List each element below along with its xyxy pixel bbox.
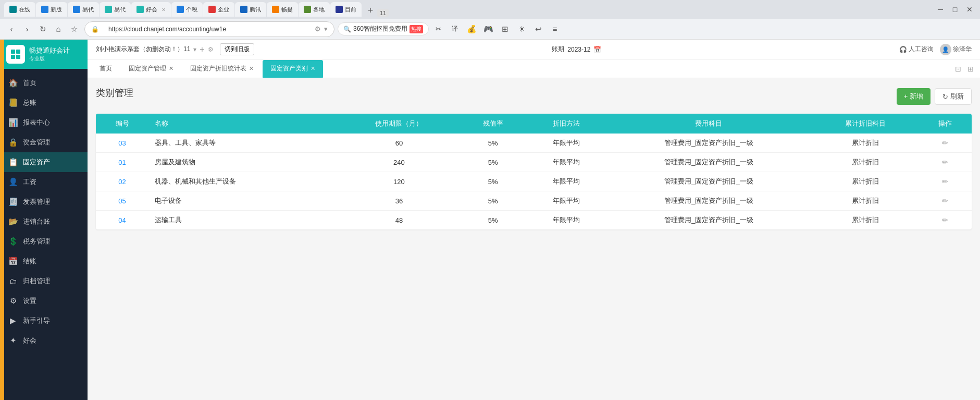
bookmark-button[interactable]: ☆ [67, 22, 81, 37]
brightness-tool[interactable]: ☀ [514, 22, 529, 37]
app2-icon: ✦ [8, 336, 18, 345]
browser-tab-1[interactable]: 新版 [36, 2, 67, 17]
restore-tab-button[interactable]: ⊡ [953, 64, 963, 74]
browser-tab-5[interactable]: 个税 [171, 2, 203, 17]
logo-sub-text: 专业版 [29, 55, 70, 63]
edit-button-2[interactable]: ✏ [942, 177, 948, 186]
sidebar-item-home[interactable]: 🏠 首页 [0, 73, 88, 93]
browser-tab-7[interactable]: 腾讯 [235, 2, 266, 17]
cell-code-2[interactable]: 02 [96, 172, 148, 191]
menu-tool[interactable]: ≡ [548, 22, 562, 37]
close-window-button[interactable]: ✕ [963, 3, 976, 16]
browser-tab-10[interactable]: 目前 [330, 2, 362, 17]
wallet-tool[interactable]: 💰 [464, 22, 479, 37]
browser-tab-9[interactable]: 各地 [299, 2, 330, 17]
cell-method-3: 年限平均 [526, 191, 606, 211]
tab-close-4[interactable]: ✕ [162, 7, 166, 13]
table-header-row: 编号 名称 使用期限（月） 残值率 折旧方法 费用科目 累计折旧科目 操作 [96, 114, 972, 134]
sidebar-item-salary[interactable]: 👤 工资 [0, 172, 88, 192]
cell-action-0: ✏ [919, 134, 972, 153]
sidebar-item-guide[interactable]: ▶ 新手引导 [0, 311, 88, 331]
forward-button[interactable]: › [20, 22, 34, 37]
sidebar-item-ledger[interactable]: 📒 总账 [0, 93, 88, 113]
topbar-plus-icon[interactable]: + [200, 45, 204, 54]
translate-tool[interactable]: 译 [448, 22, 462, 37]
content-tab-home[interactable]: 首页 [92, 60, 120, 78]
user-avatar[interactable]: 👤 徐泽华 [940, 44, 972, 55]
fixed-icon: 📋 [8, 157, 18, 167]
edit-button-3[interactable]: ✏ [942, 197, 948, 205]
sidebar-item-archive[interactable]: 🗂 归档管理 [0, 271, 88, 291]
tab-count-badge: 11 [377, 9, 389, 17]
sidebar-item-purchsale[interactable]: 📂 进销台账 [0, 212, 88, 232]
content-tab-close-3[interactable]: ✕ [311, 65, 315, 72]
cell-residual-0: 5% [460, 134, 526, 153]
scissors-tool[interactable]: ✂ [431, 22, 445, 37]
browser-tab-3[interactable]: 易代 [100, 2, 131, 17]
browser-tab-8[interactable]: 畅提 [267, 2, 298, 17]
reload-button[interactable]: ↻ [35, 22, 50, 37]
service-button[interactable]: 🎧 人工咨询 [899, 45, 934, 54]
cell-code-1[interactable]: 01 [96, 153, 148, 172]
browser-tab-4[interactable]: 好会 ✕ [131, 2, 171, 17]
cell-action-2: ✏ [919, 172, 972, 191]
content-tab-close-2[interactable]: ✕ [249, 65, 254, 72]
sidebar-item-invoice[interactable]: 🧾 发票管理 [0, 192, 88, 212]
sidebar-item-app2[interactable]: ✦ 好会 [0, 331, 88, 350]
app-wrapper: 畅捷通好会计 专业版 🏠 首页 📒 总账 📊 报表中心 🔒 资金管理 [0, 40, 980, 400]
sidebar-item-tax[interactable]: 💲 税务管理 [0, 232, 88, 251]
avatar-icon: 👤 [940, 44, 951, 55]
topbar-settings-icon[interactable]: ⚙ [208, 46, 214, 53]
switch-version-button[interactable]: 切到旧版 [220, 43, 254, 55]
edit-button-1[interactable]: ✏ [942, 158, 948, 166]
calendar-icon[interactable]: 📅 [593, 46, 601, 53]
cell-accum-4: 累计折旧 [811, 211, 919, 230]
site-settings-icon[interactable]: ⚙ [315, 25, 321, 33]
tab-label-4: 好会 [146, 6, 157, 14]
undo-tool[interactable]: ↩ [531, 22, 545, 37]
tab-label-9: 各地 [313, 6, 325, 14]
grid-tool[interactable]: ⊞ [498, 22, 512, 37]
browser-tabs: 在线 新版 易代 易代 好会 ✕ 个税 企业 腾讯 [4, 2, 928, 17]
tab-label-0: 在线 [19, 6, 30, 14]
home-button[interactable]: ⌂ [51, 22, 66, 37]
content-tab-close-1[interactable]: ✕ [169, 65, 173, 72]
new-tab-button[interactable]: + [364, 4, 377, 17]
add-category-button[interactable]: + 新增 [897, 88, 931, 105]
cell-action-3: ✏ [919, 191, 972, 211]
sidebar-item-fixed[interactable]: 📋 固定资产 [0, 152, 88, 172]
url-input[interactable] [102, 23, 312, 35]
tab-icon-10 [336, 6, 343, 13]
tab-label-8: 畅提 [281, 6, 293, 14]
sidebar-item-fund[interactable]: 🔒 资金管理 [0, 132, 88, 152]
cell-code-0[interactable]: 03 [96, 134, 148, 153]
cell-code-3[interactable]: 05 [96, 191, 148, 211]
sidebar-item-settings[interactable]: ⚙ 设置 [0, 291, 88, 311]
maximize-tab-button[interactable]: ⊞ [965, 64, 976, 74]
content-tab-fixed-mgmt[interactable]: 固定资产管理 ✕ [121, 60, 181, 78]
cell-code-4[interactable]: 04 [96, 211, 148, 230]
content-tab-depreciation[interactable]: 固定资产折旧统计表 ✕ [182, 60, 262, 78]
tab-icon-9 [304, 6, 311, 13]
page-title: 类别管理 [96, 87, 133, 99]
expand-icon[interactable]: ▾ [324, 25, 328, 33]
maximize-button[interactable]: □ [949, 3, 961, 16]
refresh-button[interactable]: ↻ 刷新 [935, 88, 972, 105]
browser-tab-2[interactable]: 易代 [68, 2, 99, 17]
cell-accum-2: 累计折旧 [811, 172, 919, 191]
user-dropdown-icon[interactable]: ▾ [193, 46, 196, 53]
cell-name-2: 机器、机械和其他生产设备 [148, 172, 338, 191]
minimize-button[interactable]: ─ [934, 3, 947, 16]
content-tab-category[interactable]: 固定资产类别 ✕ [263, 60, 323, 78]
browser-tab-6[interactable]: 企业 [203, 2, 234, 17]
cell-name-0: 器具、工具、家具等 [148, 134, 338, 153]
sidebar-item-checkout[interactable]: 📅 结账 [0, 251, 88, 271]
browser-tab-0[interactable]: 在线 [4, 2, 35, 17]
cell-name-3: 电子设备 [148, 191, 338, 211]
game-tool[interactable]: 🎮 [481, 22, 495, 37]
category-table: 编号 名称 使用期限（月） 残值率 折旧方法 费用科目 累计折旧科目 操作 03… [96, 114, 972, 229]
edit-button-0[interactable]: ✏ [942, 139, 948, 147]
sidebar-item-report[interactable]: 📊 报表中心 [0, 113, 88, 132]
edit-button-4[interactable]: ✏ [942, 216, 948, 224]
back-button[interactable]: ‹ [4, 22, 19, 37]
